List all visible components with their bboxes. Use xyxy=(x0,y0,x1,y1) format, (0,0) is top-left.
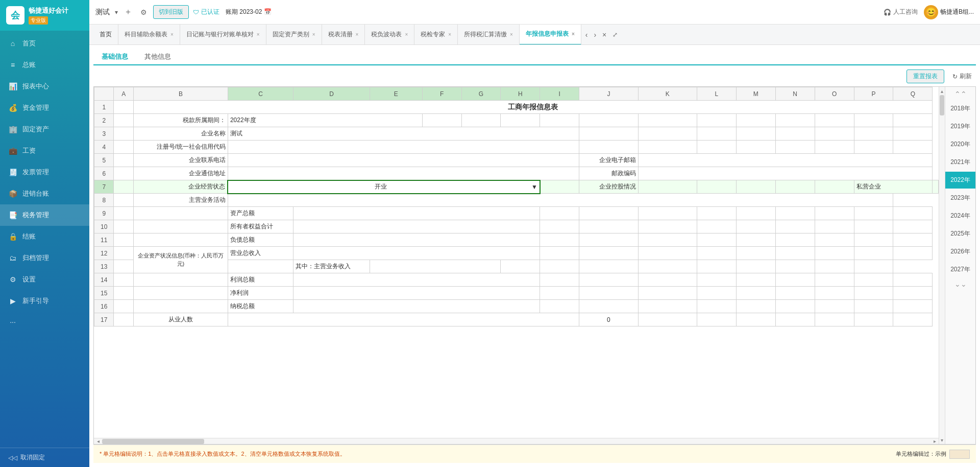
cell-3-A[interactable] xyxy=(114,127,133,141)
old-version-button[interactable]: 切到旧版 xyxy=(153,5,189,19)
pin-label: 取消固定 xyxy=(20,453,45,462)
tab-close-icon[interactable]: × xyxy=(510,32,513,37)
sub-tab-basic[interactable]: 基础信息 xyxy=(93,49,136,65)
cell-7-C-dropdown[interactable]: 开业 ▼ xyxy=(228,180,540,194)
certified-badge: 🛡 已认证 xyxy=(193,8,219,16)
tab-close-icon[interactable]: × xyxy=(170,32,174,37)
scroll-down-button[interactable]: ▾ xyxy=(939,436,945,444)
cell-17-C[interactable] xyxy=(228,313,579,326)
cell-9-D[interactable] xyxy=(293,207,540,220)
horizontal-scrollbar[interactable]: ◂ ▸ xyxy=(94,438,939,444)
vertical-scrollbar[interactable]: ▴ ▾ xyxy=(939,87,945,444)
tab-next-button[interactable]: › xyxy=(592,30,598,40)
year-item-2019[interactable]: 2019年 xyxy=(945,118,975,135)
expand-tabs-button[interactable]: ⤢ xyxy=(610,30,620,39)
year-item-2027[interactable]: 2027年 xyxy=(945,261,975,278)
sidebar-item-close[interactable]: 🔒 结账 xyxy=(0,226,89,247)
sidebar-item-invoice[interactable]: 🧾 发票管理 xyxy=(0,161,89,183)
tab-prev-button[interactable]: ‹ xyxy=(583,30,590,40)
cell-15-D[interactable] xyxy=(293,287,540,300)
cell-4-C[interactable] xyxy=(228,141,579,154)
tab-income-tax[interactable]: 所得税汇算清缴 × xyxy=(458,25,520,45)
tab-home[interactable]: 首页 xyxy=(93,25,118,45)
sidebar-item-ledger[interactable]: ≡ 总账 xyxy=(0,54,89,76)
hscroll-thumb[interactable] xyxy=(102,439,204,444)
year-item-2025[interactable]: 2025年 xyxy=(945,225,975,242)
topbar-right: 🎧 人工咨询 😊 畅捷通B组... xyxy=(884,5,974,19)
close-all-tabs-button[interactable]: × xyxy=(600,30,608,40)
settings-button[interactable]: ⚙ xyxy=(138,8,149,16)
tab-close-icon[interactable]: × xyxy=(257,32,260,37)
cell-2-A[interactable] xyxy=(114,114,133,127)
sidebar-item-guide[interactable]: ▶ 新手引导 xyxy=(0,290,89,312)
cell-2-C[interactable]: 2022年度 xyxy=(228,114,422,127)
year-panel-down-button[interactable]: ⌄⌄ xyxy=(953,279,968,289)
year-item-2021[interactable]: 2021年 xyxy=(945,154,975,171)
tab-fixed-asset-type[interactable]: 固定资产类别 × xyxy=(266,25,322,45)
tab-close-icon[interactable]: × xyxy=(405,32,408,37)
cell-17-J[interactable]: 0 xyxy=(579,313,638,326)
consult-button[interactable]: 🎧 人工咨询 xyxy=(884,8,918,16)
sidebar-item-salary[interactable]: 💼 工资 xyxy=(0,140,89,161)
add-tab-button[interactable]: ＋ xyxy=(122,7,134,17)
tab-close-icon[interactable]: × xyxy=(448,32,451,37)
sidebar-item-settings[interactable]: ⚙ 设置 xyxy=(0,269,89,290)
scroll-left-button[interactable]: ◂ xyxy=(94,438,102,445)
tab-annual-report[interactable]: 年报信息申报表 × xyxy=(520,25,581,45)
cell-6-C[interactable] xyxy=(228,167,579,180)
sidebar-item-home[interactable]: ⌂ 首页 xyxy=(0,33,89,54)
cell-1-A[interactable] xyxy=(114,101,133,114)
cell-16-D[interactable] xyxy=(293,300,540,313)
reset-report-button[interactable]: 重置报表 xyxy=(906,69,944,83)
table-row: 9 资产总额 xyxy=(94,207,939,220)
module-dropdown[interactable]: ▾ xyxy=(115,9,118,16)
cell-14-D[interactable] xyxy=(293,273,540,287)
scroll-right-button[interactable]: ▸ xyxy=(930,438,939,445)
sidebar-item-fund[interactable]: 💰 资金管理 xyxy=(0,97,89,119)
sidebar-item-more[interactable]: ··· xyxy=(0,312,89,332)
cell-5-K[interactable] xyxy=(638,154,933,167)
cell-8-C[interactable] xyxy=(228,194,893,207)
tab-close-icon[interactable]: × xyxy=(356,32,359,37)
cell-10-D[interactable] xyxy=(293,220,540,233)
tab-tax-expert[interactable]: 税检专家 × xyxy=(414,25,458,45)
cell-8-B-label: 主营业务活动 xyxy=(133,194,228,207)
year-item-2020[interactable]: 2020年 xyxy=(945,136,975,153)
sidebar-item-inventory[interactable]: 📦 进销台账 xyxy=(0,183,89,204)
pin-button[interactable]: ◁◁ 取消固定 xyxy=(0,448,89,467)
year-item-2026[interactable]: 2026年 xyxy=(945,243,975,260)
sub-tab-other[interactable]: 其他信息 xyxy=(136,49,179,65)
sidebar-item-tax[interactable]: 📑 税务管理 xyxy=(0,204,89,226)
refresh-button[interactable]: ↻ 刷新 xyxy=(948,70,976,83)
hscroll-track[interactable] xyxy=(102,438,930,445)
sidebar-item-asset[interactable]: 🏢 固定资产 xyxy=(0,119,89,140)
cell-3-C[interactable]: 测试 xyxy=(228,127,579,141)
cell-7-O[interactable]: 私营企业 xyxy=(854,180,933,194)
tab-close-icon[interactable]: × xyxy=(312,32,315,37)
cell-12-D[interactable] xyxy=(293,247,540,260)
vscroll-track[interactable] xyxy=(939,95,945,436)
inventory-icon: 📦 xyxy=(8,190,17,198)
sidebar-item-report[interactable]: 📊 报表中心 xyxy=(0,76,89,97)
year-panel-up-button[interactable]: ⌃⌃ xyxy=(953,89,968,99)
cell-13-F[interactable] xyxy=(370,260,501,273)
cell-6-B-label: 企业通信地址 xyxy=(133,167,228,180)
year-item-2018[interactable]: 2018年 xyxy=(945,100,975,117)
tab-tax-fluctuation[interactable]: 税负波动表 × xyxy=(365,25,414,45)
tab-tax-table[interactable]: 税表清册 × xyxy=(322,25,365,45)
year-item-2024[interactable]: 2024年 xyxy=(945,207,975,224)
user-menu[interactable]: 😊 畅捷通B组... xyxy=(924,5,974,19)
vscroll-thumb[interactable] xyxy=(940,95,944,115)
tab-aux-balance[interactable]: 科目辅助余额表 × xyxy=(118,25,180,45)
scroll-up-button[interactable]: ▴ xyxy=(939,87,945,95)
year-item-2023[interactable]: 2023年 xyxy=(945,190,975,206)
year-item-2022[interactable]: 2022年 xyxy=(945,172,975,189)
cell-5-C[interactable] xyxy=(228,154,579,167)
cell-11-D[interactable] xyxy=(293,233,540,247)
tab-journal-bank[interactable]: 日记账与银行对账单核对 × xyxy=(180,25,266,45)
dropdown-arrow-icon[interactable]: ▼ xyxy=(531,183,537,191)
sidebar-item-archive[interactable]: 🗂 归档管理 xyxy=(0,247,89,269)
cell-6-K[interactable] xyxy=(638,167,933,180)
spreadsheet-main[interactable]: A B C D E F G H I J xyxy=(94,87,939,438)
tab-close-icon[interactable]: × xyxy=(572,31,575,37)
